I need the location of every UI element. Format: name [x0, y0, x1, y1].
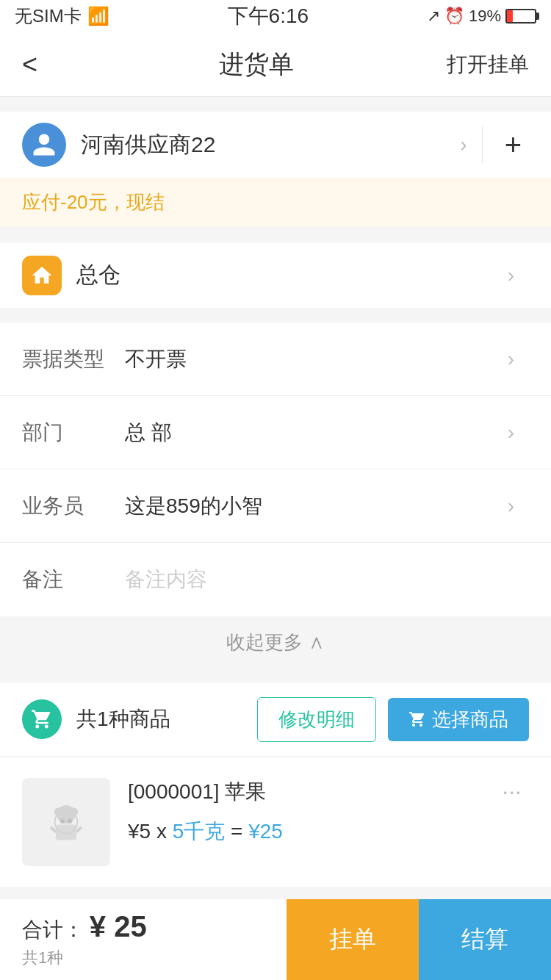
product-placeholder-icon: [40, 796, 92, 848]
battery-icon: [505, 9, 536, 24]
remark-row[interactable]: 备注 备注内容: [0, 543, 551, 616]
checkout-label: 结算: [461, 923, 508, 956]
form-section: 票据类型 不开票 › 部门 总 部 › 业务员 这是859的小智 › 备注 备注…: [0, 323, 551, 616]
home-icon: [30, 264, 54, 287]
supplier-chevron-icon: ›: [460, 133, 467, 156]
product-multiply: x: [156, 820, 173, 843]
invoice-chevron-icon: ›: [508, 347, 514, 371]
product-total: ¥25: [248, 820, 283, 843]
status-left: 无SIM卡 📶: [15, 4, 109, 28]
product-header: 共1种商品 修改明细 选择商品: [0, 682, 551, 756]
svg-rect-3: [56, 825, 76, 840]
select-product-icon: [408, 710, 426, 728]
suspend-label: 挂单: [329, 923, 376, 956]
product-icon: [22, 699, 62, 739]
department-value: 总 部: [110, 419, 508, 447]
status-time: 下午6:16: [228, 2, 309, 30]
vertical-divider: [482, 126, 483, 163]
invoice-type-row[interactable]: 票据类型 不开票 ›: [0, 323, 551, 396]
warehouse-section: 总仓 ›: [0, 242, 551, 308]
total-section: 合计： ¥ 25 共1种: [0, 910, 287, 969]
product-quantity: 5千克: [173, 820, 226, 843]
invoice-type-label: 票据类型: [22, 345, 110, 373]
svg-point-8: [69, 820, 71, 822]
supplier-section: 河南供应商22 › + 应付-20元，现结: [0, 112, 551, 227]
product-info: [0000001] 苹果 ¥5 x 5千克 = ¥25: [128, 778, 494, 846]
product-unit-price: ¥5: [128, 820, 151, 843]
salesperson-chevron-icon: ›: [508, 494, 514, 518]
wifi-icon: 📶: [87, 6, 109, 26]
divider-2: [0, 227, 551, 242]
status-bar: 无SIM卡 📶 下午6:16 ↗ ⏰ 19%: [0, 0, 551, 32]
svg-point-7: [62, 820, 64, 822]
remark-placeholder[interactable]: 备注内容: [110, 566, 529, 594]
collapse-bar[interactable]: 收起更多 ∧: [0, 616, 551, 668]
product-equals: =: [231, 820, 248, 843]
invoice-type-value: 不开票: [110, 345, 508, 373]
edit-detail-button[interactable]: 修改明细: [257, 697, 376, 742]
department-label: 部门: [22, 419, 110, 447]
nav-bar: < 进货单 打开挂单: [0, 32, 551, 97]
open-pending-button[interactable]: 打开挂单: [447, 51, 529, 79]
collapse-label: 收起更多 ∧: [226, 630, 324, 655]
status-right: ↗ ⏰ 19%: [427, 7, 536, 26]
product-thumbnail: [22, 778, 110, 866]
warehouse-icon: [22, 256, 62, 295]
warehouse-name: 总仓: [76, 260, 508, 290]
product-more-button[interactable]: ···: [494, 778, 529, 805]
divider-1: [0, 97, 551, 112]
supplier-avatar: [22, 123, 66, 167]
product-name: [0000001] 苹果: [128, 778, 494, 806]
department-row[interactable]: 部门 总 部 ›: [0, 396, 551, 469]
alarm-icon: ⏰: [444, 7, 464, 26]
bottom-bar: 合计： ¥ 25 共1种 挂单 结算: [0, 899, 551, 980]
salesperson-label: 业务员: [22, 492, 110, 520]
carrier-label: 无SIM卡: [15, 4, 82, 28]
suspend-button[interactable]: 挂单: [287, 899, 419, 980]
product-price: ¥5 x 5千克 = ¥25: [128, 818, 494, 846]
salesperson-value: 这是859的小智: [110, 492, 508, 520]
select-product-button[interactable]: 选择商品: [388, 698, 529, 741]
total-row: 合计： ¥ 25: [22, 910, 264, 944]
location-icon: ↗: [427, 7, 440, 26]
add-supplier-button[interactable]: +: [497, 129, 529, 162]
product-item: [0000001] 苹果 ¥5 x 5千克 = ¥25 ···: [0, 757, 551, 887]
salesperson-row[interactable]: 业务员 这是859的小智 ›: [0, 469, 551, 543]
supplier-notice: 应付-20元，现结: [0, 178, 551, 227]
person-icon: [31, 131, 57, 158]
remark-label: 备注: [22, 566, 110, 594]
select-product-label: 选择商品: [432, 707, 508, 732]
battery-percent: 19%: [469, 7, 501, 26]
total-count: 共1种: [22, 947, 264, 969]
warehouse-chevron-icon: ›: [508, 264, 514, 287]
total-amount: ¥ 25: [90, 910, 147, 943]
supplier-row: 河南供应商22 › +: [0, 112, 551, 178]
supplier-name[interactable]: 河南供应商22: [81, 130, 460, 160]
cart-icon: [31, 708, 53, 730]
product-count: 共1种商品: [76, 705, 257, 733]
total-label: 合计：: [22, 918, 84, 941]
department-chevron-icon: ›: [508, 421, 514, 444]
checkout-button[interactable]: 结算: [419, 899, 551, 980]
back-button[interactable]: <: [22, 49, 66, 80]
page-title: 进货单: [219, 48, 294, 82]
warehouse-row[interactable]: 总仓 ›: [0, 242, 551, 308]
